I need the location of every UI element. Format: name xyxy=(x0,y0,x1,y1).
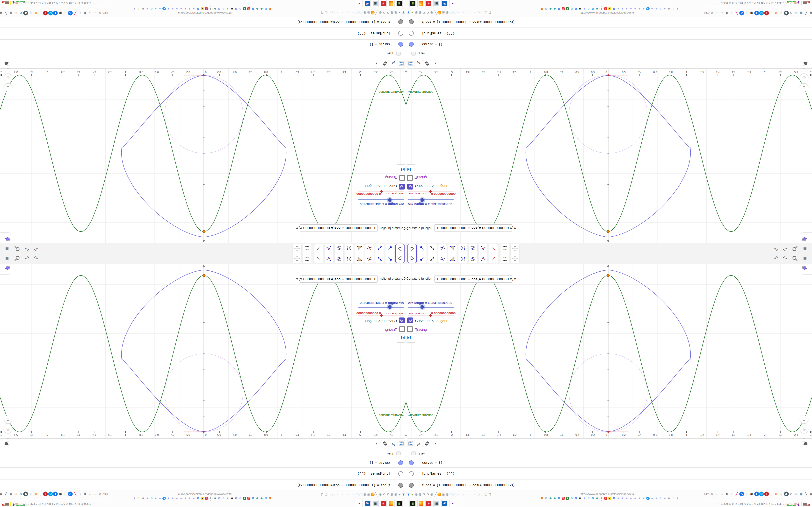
slider-tool-button[interactable]: a=2 xyxy=(303,244,312,253)
arc-length-slider-knob[interactable] xyxy=(388,305,392,309)
browser-mini-icon[interactable]: ○ xyxy=(347,11,351,15)
extension-icon[interactable]: ╱ xyxy=(73,492,78,496)
arc-position-slider-knob[interactable] xyxy=(429,190,432,193)
favicon[interactable]: G xyxy=(591,497,595,500)
browser-mini-icon[interactable]: ▼ xyxy=(406,492,411,496)
browser-mini-icon[interactable]: ◦ xyxy=(336,11,340,15)
extension-icon[interactable]: A xyxy=(710,11,714,15)
browser-mini-icon[interactable]: ⊕ xyxy=(445,11,449,15)
favicon[interactable]: ∗ xyxy=(629,7,633,10)
extension-icon[interactable]: ↓ xyxy=(78,11,83,15)
conic-tool-button[interactable] xyxy=(468,244,477,253)
browser-mini-icon[interactable]: ▭ xyxy=(476,492,480,496)
extension-icon[interactable]: ↻ xyxy=(724,11,729,15)
extension-icon[interactable]: ◇ xyxy=(18,11,23,15)
browser-mini-icon[interactable]: ↷ xyxy=(426,492,430,496)
function-input-value[interactable]: 1.000000000000 + cos(4.000000000000 x) xyxy=(299,226,376,230)
favicon[interactable]: ∗ xyxy=(616,497,620,500)
perpendicular-tool-button[interactable] xyxy=(314,244,323,253)
taskbar-tile[interactable]: 64 xyxy=(441,500,448,507)
browser-mini-icon[interactable]: ◦ xyxy=(351,11,355,15)
tree-view-button[interactable] xyxy=(407,60,414,67)
polygon-tool-button[interactable] xyxy=(355,244,364,253)
fx-input-style-button[interactable]: fx xyxy=(389,440,397,447)
extension-icon[interactable]: ╱ xyxy=(734,11,739,15)
firefox-icon[interactable] xyxy=(438,493,441,496)
browser-mini-icon[interactable]: ⊕ xyxy=(363,492,367,496)
browser-mini-icon[interactable]: ◦ xyxy=(336,492,340,496)
favicon[interactable]: ∗ xyxy=(226,7,230,10)
extension-icon[interactable]: A xyxy=(68,11,73,15)
extension-icon[interactable]: ◉ xyxy=(809,492,812,496)
intersect-tool-button[interactable] xyxy=(438,244,447,253)
favicon[interactable]: ◉ xyxy=(260,497,263,500)
favicon[interactable]: G xyxy=(540,497,544,500)
favicon[interactable]: ▲ xyxy=(201,497,204,500)
translate-tool-button[interactable] xyxy=(510,253,520,263)
search-icon[interactable] xyxy=(13,256,21,263)
extension-icon[interactable]: ▯ xyxy=(38,11,43,15)
favicon[interactable]: ∗ xyxy=(154,497,158,500)
favicon[interactable]: ∗ xyxy=(146,497,149,500)
browser-mini-icon[interactable]: ← xyxy=(480,492,484,496)
redo-icon[interactable]: ↷ xyxy=(781,246,789,251)
firefox-icon[interactable] xyxy=(371,11,374,14)
point-tool-button[interactable]: A xyxy=(418,244,427,253)
extension-icon[interactable]: ◆ xyxy=(784,11,789,15)
extension-icon[interactable]: + xyxy=(754,11,759,15)
taskbar-tile[interactable]: ▣ xyxy=(372,500,379,507)
play-step-button[interactable] xyxy=(397,164,405,171)
favicon[interactable]: ∗ xyxy=(633,497,637,500)
object-visibility-toggle[interactable] xyxy=(398,483,403,488)
redo-icon[interactable]: ↷ xyxy=(23,256,31,261)
arc-length-slider[interactable] xyxy=(358,199,404,200)
algebra-row[interactable]: curves = {} xyxy=(406,458,812,468)
extension-icon[interactable]: ▯ xyxy=(38,492,43,496)
browser-mini-icon[interactable]: ◇ xyxy=(484,492,488,496)
extension-icon[interactable]: ⊞ xyxy=(794,11,799,15)
list-collapse-button[interactable]: − xyxy=(411,52,416,56)
extension-icon[interactable]: A xyxy=(98,492,102,496)
translate-tool-button[interactable] xyxy=(292,244,302,253)
extension-icon[interactable]: ▣ xyxy=(799,11,804,15)
favicon[interactable]: G xyxy=(545,497,548,500)
taskbar-tile[interactable]: ● xyxy=(449,500,456,507)
extension-icon[interactable]: ◆ xyxy=(23,11,28,15)
object-visibility-toggle[interactable] xyxy=(398,31,403,36)
favicon[interactable]: G xyxy=(251,497,255,500)
favicon[interactable]: ◉ xyxy=(596,497,599,500)
favicon[interactable]: ∗ xyxy=(180,497,183,500)
curvature-tangent-checkbox[interactable] xyxy=(407,184,413,189)
favicon[interactable]: f xyxy=(137,497,141,500)
favicon[interactable]: G xyxy=(239,7,242,10)
favicon[interactable]: G xyxy=(540,7,544,10)
favicon[interactable]: ∗ xyxy=(133,7,136,10)
tracing-checkbox[interactable] xyxy=(399,326,405,332)
extension-icon[interactable]: U xyxy=(759,492,764,496)
extension-icon[interactable]: ● xyxy=(43,492,48,496)
algebra-stylebar-icon[interactable] xyxy=(3,441,10,447)
favicon[interactable]: W xyxy=(230,7,234,10)
favicon[interactable]: f xyxy=(137,7,141,10)
browser-mini-icon[interactable]: ○ xyxy=(347,492,351,496)
favicon[interactable]: ∗ xyxy=(167,497,170,500)
favicon[interactable]: ∗ xyxy=(676,497,679,500)
browser-mini-icon[interactable]: ○ xyxy=(468,11,472,15)
point-tool-button[interactable]: A xyxy=(385,244,394,253)
zoom-in-button[interactable]: ⊕ xyxy=(4,425,12,433)
extension-icon[interactable]: + xyxy=(53,492,58,496)
extension-icon[interactable]: ▯ xyxy=(63,11,68,15)
arc-position-slider-knob[interactable] xyxy=(380,314,383,317)
favicon[interactable]: ∗ xyxy=(625,497,628,500)
undo-icon[interactable]: ↶ xyxy=(33,246,40,251)
move-tool-button[interactable] xyxy=(395,244,405,253)
browser-mini-icon[interactable]: ⊕ xyxy=(418,11,422,15)
favicon[interactable]: G xyxy=(197,497,200,500)
extension-icon[interactable]: ⋆ xyxy=(93,492,98,496)
favicon[interactable]: G xyxy=(612,7,616,10)
favicon[interactable]: i xyxy=(600,497,603,501)
favicon[interactable]: i xyxy=(209,6,212,10)
favicon[interactable]: ∗ xyxy=(621,497,624,500)
play-step-button[interactable] xyxy=(407,336,415,343)
extension-icon[interactable]: ╲ xyxy=(804,492,809,496)
